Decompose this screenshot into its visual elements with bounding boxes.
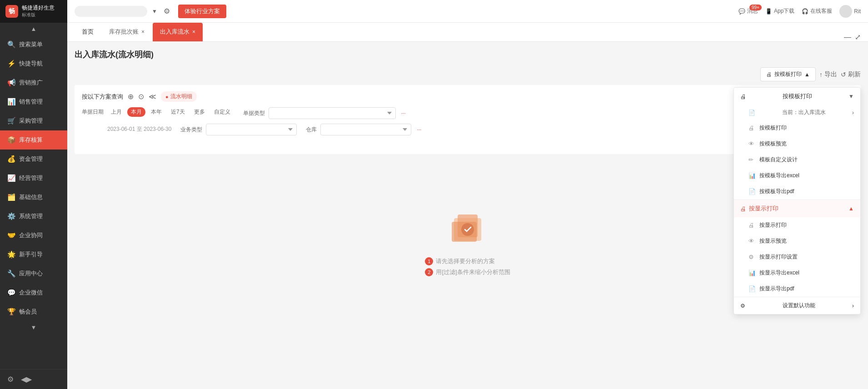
export-btn[interactable]: ↑ 导出 — [819, 70, 837, 79]
sidebar-item-operations[interactable]: 📈 经营管理 — [0, 169, 67, 188]
display-excel-label: 按显示导出excel — [759, 269, 799, 277]
sidebar-item-marketing[interactable]: 📢 营销推广 — [0, 73, 67, 92]
print-template-btn[interactable]: 🖨 按模板打印 ▲ — [760, 67, 816, 81]
sidebar-item-label: 快捷导航 — [19, 60, 43, 68]
filter-warehouse-group: 仓库 ··· — [306, 124, 421, 135]
sidebar-item-purchase[interactable]: 🛒 采购管理 — [0, 111, 67, 130]
display-print-toggle[interactable]: 🖨 按显示打印 ▲ — [734, 200, 860, 217]
date-tab-custom[interactable]: 自定义 — [210, 107, 234, 117]
display-print-item[interactable]: 🖨 按显示打印 — [734, 217, 860, 233]
sidebar-item-collab[interactable]: 🤝 企业协同 — [0, 226, 67, 245]
display-pdf-item[interactable]: 📄 按显示导出pdf — [734, 281, 860, 297]
tab-minimize-btn[interactable]: — — [844, 33, 851, 41]
filter-warehouse-more-btn[interactable]: ··· — [417, 126, 421, 133]
filter-collapse-btn[interactable]: ≪ — [149, 92, 156, 101]
user-avatar-btn[interactable]: Rit — [839, 5, 861, 18]
filter-business-type-label: 业务类型 — [180, 126, 202, 134]
template-preview-item[interactable]: 👁 按模板预览 — [734, 136, 860, 152]
filter-bill-more-btn[interactable]: ··· — [401, 110, 406, 116]
step-2-num: 2 — [425, 268, 433, 276]
operations-icon: 📈 — [7, 174, 15, 182]
search-dropdown-icon[interactable]: ▼ — [152, 8, 157, 15]
sidebar-item-system[interactable]: ⚙️ 系统管理 — [0, 207, 67, 226]
topbar: ▼ ⚙ 体验行业方案 💬 消息 99+ 📱 App下载 🎧 在线客服 Rit — [67, 0, 868, 23]
filter-add-btn[interactable]: ⊕ — [128, 92, 134, 101]
empty-steps: 1 请先选择要分析的方案 2 用[过滤]条件来缩小分析范围 — [425, 257, 510, 279]
service-icon: 🎧 — [802, 8, 808, 15]
filter-tag[interactable]: ● 流水明细 — [161, 91, 197, 102]
filter-warehouse-label: 仓库 — [306, 126, 317, 134]
inventory-icon: 📦 — [7, 136, 15, 144]
sidebar-item-search[interactable]: 🔍 搜索菜单 — [0, 35, 67, 54]
warehouse-select[interactable] — [320, 124, 411, 135]
tab-flow-water[interactable]: 出入库流水 × — [153, 23, 203, 41]
dropdown-footer[interactable]: ⚙ 设置默认功能 › — [734, 297, 860, 314]
template-print-label: 按模板打印 — [783, 92, 812, 100]
settings-bottom-icon[interactable]: ⚙ — [7, 375, 14, 384]
date-tab-last-month[interactable]: 上月 — [107, 107, 125, 117]
display-preview-icon: 👁 — [748, 238, 756, 245]
template-print-icon: 🖨 — [740, 93, 746, 100]
online-service-btn[interactable]: 🎧 在线客服 — [802, 7, 832, 15]
sidebar-item-label: 应用中心 — [19, 269, 43, 278]
marketing-icon: 📢 — [7, 79, 15, 87]
filter-settings-btn[interactable]: ⊙ — [138, 92, 144, 101]
tabs-bar: 首页 库存批次账 × 出入库流水 × — ⤢ — [67, 23, 868, 42]
bill-type-select[interactable] — [269, 107, 396, 119]
logo-title: 畅捷通好生意 — [22, 5, 55, 12]
template-excel-item[interactable]: 📊 按模板导出excel — [734, 168, 860, 184]
footer-arrow: › — [852, 303, 854, 309]
sidebar-item-basics[interactable]: 🗂️ 基础信息 — [0, 188, 67, 207]
apps-icon: 🔧 — [7, 269, 15, 278]
template-design-item[interactable]: ✏ 模板自定义设计 — [734, 152, 860, 168]
search-icon: 🔍 — [7, 40, 15, 49]
tab-home-label: 首页 — [82, 28, 94, 36]
tab-maximize-btn[interactable]: ⤢ — [855, 33, 861, 41]
sidebar-item-shortcut[interactable]: ⚡ 快捷导航 — [0, 54, 67, 73]
tab-batch-account-close[interactable]: × — [141, 29, 145, 35]
topbar-gear-icon[interactable]: ⚙ — [164, 7, 170, 15]
filter-date-range-group: 单据日期 2023-06-01 至 2023-06-30 — [82, 124, 171, 133]
date-tab-7days[interactable]: 近7天 — [167, 107, 189, 117]
display-print-settings-item[interactable]: ⚙ 按显示打印设置 — [734, 249, 860, 265]
app-logo[interactable]: 畅 畅捷通好生意 标准版 — [0, 0, 67, 23]
scroll-up-btn[interactable]: ▲ — [0, 23, 67, 35]
sidebar-nav: ▲ 🔍 搜索菜单 ⚡ 快捷导航 📢 营销推广 📊 销售管理 🛒 采购管理 📦 库… — [0, 23, 67, 369]
search-input[interactable] — [75, 6, 147, 17]
sidebar-item-sales[interactable]: 📊 销售管理 — [0, 92, 67, 111]
display-print-icon: 🖨 — [748, 222, 756, 229]
collapse-sidebar-icon[interactable]: ◀▶ — [21, 375, 32, 384]
scroll-down-btn[interactable]: ▼ — [0, 321, 67, 334]
template-print-header[interactable]: 🖨 按模板打印 ▼ — [734, 88, 860, 105]
sidebar-item-apps[interactable]: 🔧 应用中心 — [0, 264, 67, 283]
basics-icon: 🗂️ — [7, 193, 15, 201]
app-download-btn[interactable]: 📱 App下载 — [765, 7, 794, 15]
refresh-btn[interactable]: ↺ 刷新 — [841, 70, 861, 79]
date-tab-this-year[interactable]: 本年 — [147, 107, 165, 117]
sidebar-item-member[interactable]: 🏆 畅会员 — [0, 302, 67, 321]
display-excel-item[interactable]: 📊 按显示导出excel — [734, 265, 860, 281]
tab-flow-water-close[interactable]: × — [192, 29, 195, 35]
sidebar-item-inventory[interactable]: 📦 库存核算 — [0, 130, 67, 150]
print-template-icon: 🖨 — [748, 125, 756, 132]
sidebar-item-finance[interactable]: 💰 资金管理 — [0, 150, 67, 169]
current-template-label: 当前：出入库流水 — [782, 109, 826, 116]
print-dropdown-panel: 🖨 按模板打印 ▼ 📄 当前：出入库流水 › 🖨 按模板打印 👁 按模板预览 — [733, 87, 861, 314]
date-tab-more[interactable]: 更多 — [190, 107, 209, 117]
date-tab-this-month[interactable]: 本月 — [127, 107, 145, 117]
trial-btn[interactable]: 体验行业方案 — [178, 5, 226, 18]
print-icon: 🖨 — [766, 71, 772, 78]
template-pdf-item[interactable]: 📄 按模板导出pdf — [734, 184, 860, 199]
template-print-item[interactable]: 🖨 按模板打印 — [734, 120, 860, 136]
excel-template-icon: 📊 — [748, 172, 756, 180]
business-type-select[interactable] — [206, 124, 297, 135]
tab-home[interactable]: 首页 — [75, 23, 101, 41]
sidebar-item-guide[interactable]: 🌟 新手引导 — [0, 245, 67, 264]
template-excel-label: 按模板导出excel — [759, 172, 799, 180]
message-btn[interactable]: 💬 消息 99+ — [738, 7, 758, 15]
display-preview-item[interactable]: 👁 按显示预览 — [734, 233, 860, 249]
sidebar-item-wechat[interactable]: 💬 企业微信 — [0, 283, 67, 302]
logo-sub: 标准版 — [22, 12, 55, 18]
tab-batch-account[interactable]: 库存批次账 × — [102, 23, 152, 41]
logo-icon: 畅 — [5, 5, 18, 18]
